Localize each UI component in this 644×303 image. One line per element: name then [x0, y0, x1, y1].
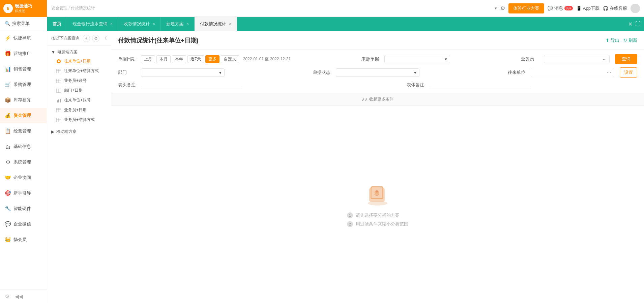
scheme-item-counterpart-account[interactable]: 往来单位+账号 — [47, 95, 111, 105]
sidebar-nav: ⚡ 快捷导航 🎁 营销推广 📊 销售管理 🛒 采购管理 📦 库存核算 💰 资金管… — [0, 30, 47, 290]
refresh-btn[interactable]: ↻ 刷新 — [623, 37, 637, 43]
date-more-btn[interactable]: 更多 — [205, 55, 219, 63]
tab-new-scheme[interactable]: 新建方案 × — [161, 17, 195, 31]
scheme-item-salesman-account[interactable]: 业务员+账号 — [47, 76, 111, 86]
scheme-item-salesman-payment[interactable]: 业务员+结算方式 — [47, 115, 111, 125]
tab-collection-close[interactable]: × — [153, 22, 155, 26]
logo-text: 畅捷通巧 标准版 — [15, 3, 32, 13]
tab-new-scheme-close[interactable]: × — [186, 22, 189, 26]
dept-select[interactable]: ▾ — [141, 68, 225, 77]
sales-icon: 📊 — [5, 66, 11, 72]
svg-rect-13 — [60, 99, 61, 102]
scheme-settings-btn[interactable]: ⚙ — [92, 35, 99, 42]
sidebar-logo: 6 畅捷通巧 标准版 — [0, 0, 47, 17]
header-note-input[interactable] — [141, 81, 242, 89]
hardware-icon: 🔧 — [5, 206, 11, 212]
customer-service-btn[interactable]: 🎧 在线客服 — [603, 5, 627, 11]
empty-hint-2: 2 用过滤条件来缩小分析范围 — [347, 221, 408, 227]
operation-icon: 📋 — [5, 128, 11, 134]
tab-payment-close[interactable]: × — [229, 22, 231, 26]
scheme-item-salesman-date[interactable]: 业务员+日期 — [47, 105, 111, 115]
app-download-btn[interactable]: 📱 App下载 — [576, 5, 599, 11]
source-label: 来源单据 — [361, 56, 379, 62]
salesman-dots: ··· — [603, 57, 607, 62]
messages-btn[interactable]: 💬 消息 99+ — [548, 5, 573, 11]
tab-collection[interactable]: 收款情况统计 × — [118, 17, 161, 31]
collapse-left-panel-btn[interactable]: 《 — [102, 35, 107, 41]
scheme-item-counterpart-date[interactable]: 往来单位+日期 — [47, 56, 111, 66]
left-panel-icons: + ⚙ — [83, 35, 99, 42]
mobile-group-header[interactable]: ▶ 移动端方案 — [47, 127, 111, 137]
sidebar-item-marketing[interactable]: 🎁 营销推广 — [0, 46, 47, 61]
query-btn[interactable]: 查询 — [615, 54, 637, 64]
sidebar-item-weixin[interactable]: 💬 企业微信 — [0, 216, 47, 232]
tabbar-end: ✕ ⛶ — [625, 17, 644, 31]
sidebar-item-purchase[interactable]: 🛒 采购管理 — [0, 77, 47, 92]
sidebar-item-hardware[interactable]: 🔧 智能硬件 — [0, 201, 47, 216]
collapse-sidebar-icon[interactable]: ◀◀ — [15, 293, 23, 300]
counterpart-select[interactable]: ··· — [531, 68, 614, 77]
sidebar-item-finance[interactable]: 💰 资金管理 — [0, 108, 47, 123]
dept-select-arrow: ▾ — [219, 70, 222, 75]
date-7days-btn[interactable]: 近7天 — [187, 55, 204, 63]
svg-rect-11 — [57, 100, 58, 102]
table-scheme-icon2 — [56, 78, 61, 84]
date-this-month-btn[interactable]: 本月 — [156, 55, 171, 63]
breadcrumb-dropdown-icon[interactable]: ▾ — [495, 6, 497, 11]
refresh-icon: ↻ — [623, 38, 627, 43]
scheme-item-dept-date[interactable]: 部门+日期 — [47, 86, 111, 95]
tab-payment[interactable]: 付款情况统计 × — [195, 17, 237, 31]
search-menu-item[interactable]: 🔍 搜索菜单 — [0, 17, 47, 30]
finance-icon: 💰 — [5, 113, 11, 119]
sidebar-item-cooperation[interactable]: 🤝 企业协同 — [0, 170, 47, 185]
salesman-select[interactable]: ··· — [544, 55, 610, 63]
sidebar-item-guide[interactable]: 🎯 新手引导 — [0, 185, 47, 201]
sidebar-item-operation[interactable]: 📋 经营管理 — [0, 123, 47, 139]
topbar-settings-icon[interactable]: ⚙ — [500, 5, 505, 11]
sidebar-item-sales[interactable]: 📊 销售管理 — [0, 61, 47, 77]
svg-point-25 — [376, 190, 378, 193]
message-icon: 💬 — [548, 6, 553, 11]
desktop-group-arrow: ▼ — [51, 50, 55, 55]
collapse-bar: ∧∧ 收起更多条件 — [111, 93, 644, 105]
system-icon: ⚙ — [5, 159, 11, 165]
doc-status-label: 单据状态 — [313, 69, 330, 75]
tab-close-all-icon[interactable]: ✕ — [628, 21, 633, 27]
sidebar-item-system[interactable]: ⚙ 系统管理 — [0, 154, 47, 170]
export-btn[interactable]: ⬆ 导出 — [606, 37, 619, 43]
source-select[interactable]: ▾ — [384, 55, 450, 63]
date-last-month-btn[interactable]: 上月 — [141, 55, 155, 63]
mobile-group-arrow: ▶ — [51, 129, 54, 134]
sidebar-item-member[interactable]: 👑 畅会员 — [0, 232, 47, 247]
settings-btn[interactable]: 设置 — [620, 67, 637, 78]
date-range-text: 2022-01-01 至 2022-12-31 — [243, 56, 291, 62]
tab-cash-flow[interactable]: 现金银行流水查询 × — [67, 17, 118, 31]
service-icon: 🎧 — [603, 6, 608, 11]
desktop-scheme-group: ▼ 电脑端方案 往来单位+日期 往来单位+结算方式 — [47, 46, 111, 127]
body-note-input[interactable] — [430, 81, 531, 89]
settings-bottom-icon[interactable]: ⚙ — [5, 293, 9, 300]
collapse-more-btn[interactable]: ∧∧ 收起更多条件 — [362, 96, 393, 102]
sidebar-item-basic-info[interactable]: 🗂 基础信息 — [0, 139, 47, 154]
user-avatar[interactable] — [631, 4, 640, 13]
body-note-label: 表体备注 — [407, 82, 424, 88]
sidebar-bottom: ⚙ ◀◀ — [0, 290, 47, 303]
add-scheme-btn[interactable]: + — [83, 35, 90, 42]
left-panel-header: 按以下方案查询 + ⚙ 《 — [47, 31, 111, 46]
counterpart-label: 往来单位 — [508, 69, 525, 75]
tab-cash-flow-close[interactable]: × — [110, 22, 113, 26]
doc-status-select[interactable]: ▾ — [336, 68, 419, 77]
trial-btn[interactable]: 体验行业方案 — [508, 3, 544, 13]
date-this-year-btn[interactable]: 本年 — [172, 55, 186, 63]
sidebar-item-inventory[interactable]: 📦 库存核算 — [0, 92, 47, 108]
scheme-item-counterpart-payment[interactable]: 往来单位+结算方式 — [47, 66, 111, 76]
sidebar-item-quick-nav[interactable]: ⚡ 快捷导航 — [0, 30, 47, 46]
empty-hint-1: 1 请先选择要分析的方案 — [347, 212, 408, 218]
table-scheme-icon3 — [56, 88, 61, 93]
desktop-group-header[interactable]: ▼ 电脑端方案 — [47, 48, 111, 56]
date-custom-btn[interactable]: 自定义 — [221, 55, 239, 63]
export-icon: ⬆ — [606, 38, 609, 43]
tab-home[interactable]: 首页 — [47, 17, 67, 31]
tab-expand-icon[interactable]: ⛶ — [635, 21, 641, 27]
right-panel: 付款情况统计(往来单位+日期) ⬆ 导出 ↻ 刷新 单据日期 — [111, 31, 644, 303]
